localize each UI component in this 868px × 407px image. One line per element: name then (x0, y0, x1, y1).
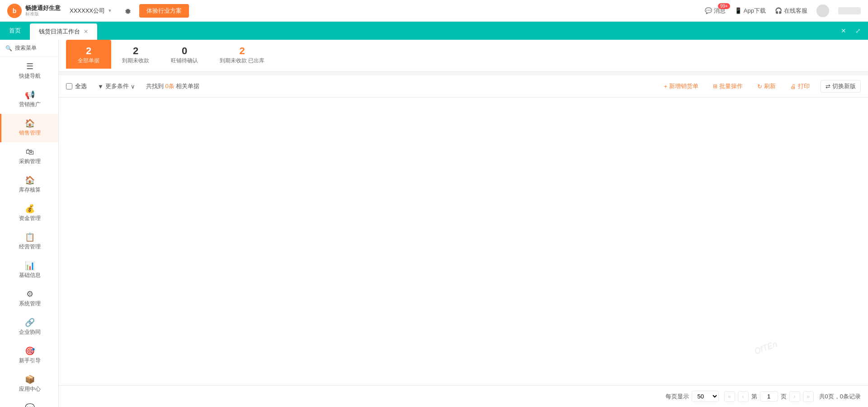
batch-icon: ⊞ (713, 83, 717, 89)
tab-expand-button[interactable]: ⤢ (852, 24, 864, 37)
sidebar-item-finance[interactable]: 💰 资金管理 (0, 199, 58, 228)
sidebar-item-inventory[interactable]: 🏠 库存核算 (0, 171, 58, 199)
prev-page-button[interactable]: ‹ (738, 391, 749, 402)
user-avatar[interactable] (816, 5, 829, 17)
online-service-label: 在线客服 (784, 7, 807, 15)
page-input[interactable] (760, 391, 778, 402)
found-count: 0条 (165, 83, 175, 89)
logo-icon: b (7, 4, 22, 18)
sidebar-item-enterprise[interactable]: 🔗 企业协同 (0, 313, 58, 342)
sidebar-item-operations[interactable]: 📋 经营管理 (0, 228, 58, 256)
sidebar-item-marketing[interactable]: 📢 营销推广 (0, 85, 58, 114)
sidebar-item-wechat[interactable]: 💬 企业微信 (0, 398, 58, 407)
select-all-label[interactable]: 全选 (66, 82, 87, 90)
message-button[interactable]: 💬 消息 99+ (705, 7, 726, 15)
stat-overdue-number: 2 (133, 45, 138, 57)
filter-button[interactable]: ▼ 更多条件 ∨ (94, 80, 139, 92)
stat-wangpu-number: 0 (182, 45, 187, 57)
new-sale-button[interactable]: + 新增销货单 (660, 80, 702, 92)
app-download-label: App下载 (744, 7, 766, 15)
new-sale-label: 新增销货单 (669, 82, 698, 90)
finance-icon: 💰 (25, 205, 35, 213)
system-icon: ⚙ (26, 290, 33, 298)
sidebar: 🔍 搜索菜单 ☰ 快捷导航 📢 营销推广 🏠 销售管理 🛍 采购管理 🏠 库存核… (0, 40, 59, 407)
batch-button[interactable]: ⊞ 批量操作 (709, 80, 746, 92)
inventory-label: 库存核算 (19, 186, 41, 194)
page-size-selector: 每页显示 20 50 100 (665, 391, 719, 402)
refresh-label: 刷新 (764, 82, 776, 90)
tab-close-window-button[interactable]: ✕ (837, 24, 850, 37)
select-all-text: 全选 (75, 82, 87, 90)
page-suffix: 页 (781, 393, 787, 401)
tab-home[interactable]: 首页 (0, 22, 30, 40)
stat-tab-all[interactable]: 2 全部单据 (66, 40, 111, 71)
tab-qian-huo[interactable]: 钱货日清工作台 ✕ (30, 23, 97, 40)
last-page-button[interactable]: » (803, 391, 814, 402)
filter-dropdown-icon: ∨ (131, 83, 135, 90)
sidebar-item-sales[interactable]: 🏠 销售管理 (0, 114, 58, 142)
table-area (59, 98, 868, 385)
sidebar-item-apps[interactable]: 📦 应用中心 (0, 370, 58, 398)
online-service-button[interactable]: 🎧 在线客服 (775, 7, 807, 15)
switch-icon: ⇄ (826, 83, 830, 90)
marketing-icon: 📢 (25, 91, 35, 99)
footer-pagination: 每页显示 20 50 100 « ‹ 第 页 › » 共0页，0条记录 (59, 385, 868, 407)
refresh-button[interactable]: ↻ 刷新 (754, 80, 779, 92)
select-all-checkbox[interactable] (66, 83, 72, 89)
stats-tabs: 2 全部单据 2 到期未收款 0 旺铺待确认 2 到期未收款 已出库 (59, 40, 868, 72)
search-icon: 🔍 (5, 45, 12, 51)
base-info-label: 基础信息 (19, 271, 41, 279)
company-name: XXXXXX公司 (70, 7, 105, 15)
found-text: 共找到 0条 相关单据 (146, 82, 199, 90)
guide-label: 新手引导 (19, 357, 41, 365)
stat-tab-overdue-shipped[interactable]: 2 到期未收款 已出库 (209, 40, 275, 71)
search-label: 搜索菜单 (15, 44, 37, 52)
sidebar-item-base-info[interactable]: 📊 基础信息 (0, 256, 58, 285)
sidebar-search[interactable]: 🔍 搜索菜单 (0, 40, 58, 57)
switch-version-button[interactable]: ⇄ 切换新版 (821, 80, 861, 93)
page-label: 第 (751, 393, 757, 401)
stat-all-label: 全部单据 (78, 57, 99, 65)
enterprise-icon: 🔗 (25, 318, 35, 327)
page-size-select[interactable]: 20 50 100 (692, 391, 719, 402)
trial-button[interactable]: 体验行业方案 (139, 4, 189, 18)
page-size-label: 每页显示 (665, 393, 689, 401)
tab-qian-huo-label: 钱货日清工作台 (39, 28, 80, 36)
header-left: b 畅捷通好生意 标准版 XXXXXX公司 ▼ 体验行业方案 (7, 4, 189, 18)
stat-tab-overdue[interactable]: 2 到期未收款 (111, 40, 160, 71)
main-layout: 🔍 搜索菜单 ☰ 快捷导航 📢 营销推广 🏠 销售管理 🛍 采购管理 🏠 库存核… (0, 40, 868, 407)
app-download-icon: 📱 (735, 7, 742, 14)
switch-label: 切换新版 (832, 82, 856, 90)
first-page-button[interactable]: « (724, 391, 735, 402)
app-subtitle: 标准版 (25, 11, 61, 17)
next-page-button[interactable]: › (789, 391, 800, 402)
finance-label: 资金管理 (19, 215, 41, 222)
top-header: b 畅捷通好生意 标准版 XXXXXX公司 ▼ 体验行业方案 💬 消息 99+ … (0, 0, 868, 22)
stat-overdue-shipped-number: 2 (240, 45, 245, 57)
message-badge: 99+ (718, 3, 730, 9)
sidebar-item-purchase[interactable]: 🛍 采购管理 (0, 142, 58, 171)
operations-icon: 📋 (25, 233, 35, 241)
tab-close-icon[interactable]: ✕ (84, 28, 88, 35)
wechat-icon: 💬 (25, 404, 35, 407)
stat-overdue-label: 到期未收款 (122, 57, 149, 65)
sidebar-item-system[interactable]: ⚙ 系统管理 (0, 285, 58, 313)
apps-icon: 📦 (25, 375, 35, 384)
settings-button[interactable] (121, 5, 134, 17)
toolbar: 全选 ▼ 更多条件 ∨ 共找到 0条 相关单据 + 新增销货单 (59, 75, 868, 98)
stat-tab-wangpu[interactable]: 0 旺铺待确认 (160, 40, 209, 71)
print-icon: 🖨 (790, 83, 796, 90)
sidebar-item-quick-nav[interactable]: ☰ 快捷导航 (0, 57, 58, 85)
company-selector[interactable]: XXXXXX公司 ▼ (66, 5, 116, 17)
base-info-icon: 📊 (25, 262, 35, 270)
stat-overdue-shipped-label: 到期未收款 已出库 (220, 57, 264, 65)
inventory-icon: 🏠 (25, 176, 35, 184)
home-tab-label: 首页 (9, 27, 21, 35)
toolbar-right: + 新增销货单 ⊞ 批量操作 ↻ 刷新 🖨 打印 ⇄ 切换新版 (660, 80, 861, 93)
operations-label: 经营管理 (19, 243, 41, 251)
print-button[interactable]: 🖨 打印 (787, 80, 813, 92)
app-download-button[interactable]: 📱 App下载 (735, 7, 766, 15)
purchase-label: 采购管理 (19, 158, 41, 165)
sidebar-item-guide[interactable]: 🎯 新手引导 (0, 342, 58, 370)
message-icon: 💬 (705, 7, 712, 14)
